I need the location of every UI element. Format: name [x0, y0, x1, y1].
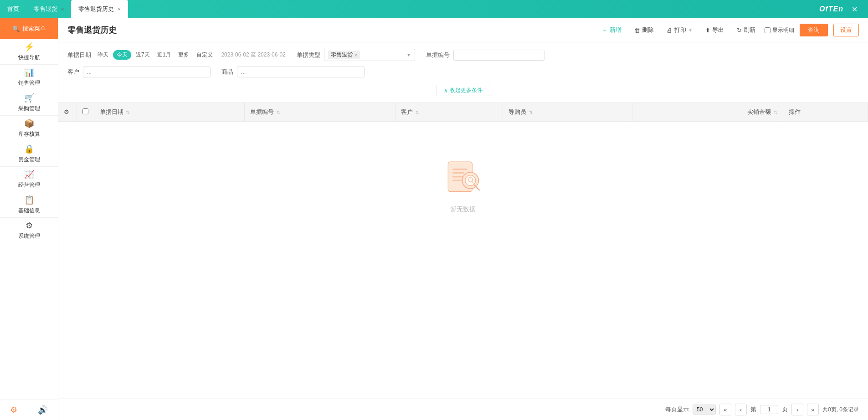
customer-input[interactable]	[83, 67, 211, 77]
date-btn-custom[interactable]: 自定义	[194, 50, 216, 60]
last-page-button[interactable]: »	[807, 404, 819, 415]
toolbar: ＋ 新增 🗑 删除 🖨 打印 ▼ ⬆ 导出 ↻ 刷新	[598, 24, 859, 36]
first-page-button[interactable]: «	[719, 404, 731, 415]
sales-icon: 📊	[24, 67, 34, 77]
bill-type-tag: 零售退货 ×	[328, 51, 360, 59]
collapse-button[interactable]: ∧ 收起更多条件	[436, 85, 490, 96]
date-options: 昨天 今天 近7天 近1月 更多 自定义	[95, 50, 216, 60]
print-label: 打印	[674, 26, 686, 34]
sidebar-item-basic-info[interactable]: 📋 基础信息	[0, 192, 58, 218]
date-btn-7days[interactable]: 近7天	[133, 50, 153, 60]
bill-type-select[interactable]: 零售退货 × ▼	[324, 49, 415, 61]
sidebar-item-finance-label: 资金管理	[18, 156, 40, 164]
th-checkbox[interactable]	[77, 103, 94, 121]
th-actual-amount[interactable]: 实销金额 ⇅	[632, 103, 783, 121]
sidebar-item-finance[interactable]: 🔒 资金管理	[0, 141, 58, 167]
date-btn-yesterday[interactable]: 昨天	[95, 50, 111, 60]
filter-area: 单据日期 昨天 今天 近7天 近1月 更多 自定义 2023-06-02 至 2…	[58, 42, 868, 103]
volume-icon[interactable]: 🔊	[38, 405, 48, 415]
prev-page-button[interactable]: ‹	[735, 404, 747, 415]
refresh-icon: ↻	[737, 27, 742, 34]
bill-type-arrow-icon: ▼	[406, 52, 411, 57]
goods-input[interactable]	[237, 67, 365, 77]
tab-retail-return-history-label: 零售退货历史	[78, 5, 114, 13]
tab-retail-return-close[interactable]: ×	[61, 6, 64, 12]
page-header: 零售退货历史 ＋ 新增 🗑 删除 🖨 打印 ▼ ⬆ 导出	[58, 18, 868, 42]
sidebar-item-business-mgmt[interactable]: 📈 经营管理	[0, 167, 58, 192]
sidebar-item-business-label: 经营管理	[18, 181, 40, 189]
th-bill-no-label: 单据编号	[250, 108, 274, 115]
th-action-label: 操作	[789, 108, 801, 115]
page-prefix-label: 第	[750, 405, 756, 414]
th-settings[interactable]: ⚙	[58, 103, 77, 121]
sidebar-item-sales-label: 销售管理	[18, 79, 40, 87]
page-size-select[interactable]: 10 20 50 100	[693, 405, 716, 415]
sidebar-search-label: 搜索菜单	[22, 25, 46, 33]
tab-list: 首页 零售退货 × 零售退货历史 ×	[0, 0, 819, 18]
tab-retail-return[interactable]: 零售退货 ×	[26, 0, 71, 18]
th-guide[interactable]: 导购员 ⇅	[503, 103, 632, 121]
new-button[interactable]: ＋ 新增	[598, 24, 625, 36]
date-btn-today[interactable]: 今天	[113, 50, 131, 60]
refresh-button[interactable]: ↻ 刷新	[733, 24, 759, 36]
table-body: 暂无数据	[58, 121, 868, 241]
window-close-button[interactable]: ✕	[848, 3, 861, 15]
delete-label: 删除	[642, 26, 654, 34]
business-icon: 📈	[24, 169, 34, 179]
empty-state: 暂无数据	[58, 122, 868, 241]
setting-button[interactable]: 设置	[833, 24, 859, 36]
th-bill-no[interactable]: 单据编号 ⇅	[245, 103, 395, 121]
data-table: ⚙ 单据日期 ⇅ 单据编号 ⇅	[58, 103, 868, 241]
tab-retail-return-history-close[interactable]: ×	[118, 6, 120, 12]
filter-row-2: 客户 商品	[67, 67, 859, 77]
sidebar-bottom: ⚙ 🔊	[0, 399, 58, 420]
date-btn-1month[interactable]: 近1月	[154, 50, 174, 60]
sidebar-search[interactable]: 🔍 搜索菜单	[0, 18, 58, 39]
svg-point-6	[465, 175, 476, 185]
th-customer-label: 客户	[401, 108, 413, 115]
print-button[interactable]: 🖨 打印 ▼	[663, 24, 696, 36]
search-icon: 🔍	[12, 26, 20, 32]
sidebar: 🔍 搜索菜单 ⚡ 快捷导航 📊 销售管理 🛒 采购管理 📦 库存核算 🔒 资金管…	[0, 18, 58, 420]
last-page-icon: »	[811, 406, 814, 413]
guide-sort-icon: ⇅	[529, 110, 533, 115]
finance-icon: 🔒	[24, 144, 34, 154]
date-range-display: 2023-06-02 至 2023-06-02	[221, 51, 285, 59]
display-detail-checkbox[interactable]	[765, 27, 770, 33]
collapse-row: ∧ 收起更多条件	[67, 83, 859, 100]
content-area: 零售退货历史 ＋ 新增 🗑 删除 🖨 打印 ▼ ⬆ 导出	[58, 18, 868, 420]
date-btn-more[interactable]: 更多	[175, 50, 192, 60]
th-customer[interactable]: 客户 ⇅	[395, 103, 503, 121]
bill-type-tag-close[interactable]: ×	[354, 52, 357, 58]
sidebar-item-purchase-mgmt[interactable]: 🛒 采购管理	[0, 90, 58, 116]
sidebar-item-system-mgmt[interactable]: ⚙ 系统管理	[0, 218, 58, 243]
query-button[interactable]: 查询	[800, 24, 828, 36]
tab-home[interactable]: 首页	[0, 0, 26, 18]
next-page-button[interactable]: ›	[791, 404, 803, 415]
bill-no-input[interactable]	[453, 50, 544, 61]
delete-button[interactable]: 🗑 删除	[631, 24, 657, 36]
often-brand: OfTEn	[819, 5, 843, 13]
tab-retail-return-history[interactable]: 零售退货历史 ×	[71, 0, 128, 18]
page-number-input[interactable]	[760, 405, 778, 414]
table-settings-icon[interactable]: ⚙	[64, 108, 69, 115]
th-bill-date[interactable]: 单据日期 ⇅	[94, 103, 245, 121]
date-filter: 单据日期 昨天 今天 近7天 近1月 更多 自定义 2023-06-02 至 2…	[67, 50, 286, 60]
actual-amount-sort-icon: ⇅	[774, 110, 777, 115]
sidebar-item-quick-nav[interactable]: ⚡ 快捷导航	[0, 39, 58, 65]
main-layout: 🔍 搜索菜单 ⚡ 快捷导航 📊 销售管理 🛒 采购管理 📦 库存核算 🔒 资金管…	[0, 18, 868, 420]
display-detail-checkbox-wrap[interactable]: 显示明细	[765, 26, 794, 34]
sidebar-item-inventory[interactable]: 📦 库存核算	[0, 116, 58, 141]
customer-label: 客户	[67, 68, 79, 76]
export-button[interactable]: ⬆ 导出	[702, 24, 728, 36]
bill-no-filter: 单据编号	[426, 50, 544, 61]
tab-retail-return-label: 零售退货	[34, 5, 57, 13]
bill-type-tag-value: 零售退货	[331, 51, 353, 59]
settings-icon[interactable]: ⚙	[10, 405, 17, 415]
svg-rect-1	[452, 168, 467, 169]
th-actual-amount-label: 实销金额	[747, 108, 771, 115]
select-all-checkbox[interactable]	[82, 108, 88, 114]
sidebar-item-sales-mgmt[interactable]: 📊 销售管理	[0, 65, 58, 90]
system-icon: ⚙	[26, 220, 33, 230]
goods-filter: 商品	[221, 67, 365, 77]
